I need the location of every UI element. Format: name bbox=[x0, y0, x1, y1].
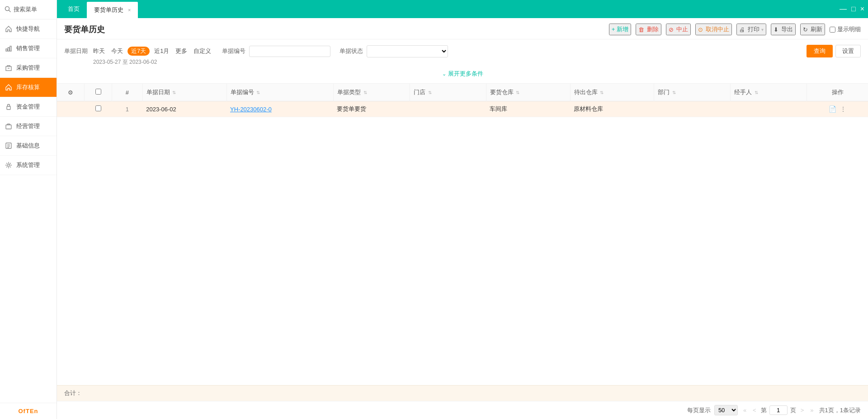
svg-rect-8 bbox=[6, 125, 11, 129]
col-doc-no[interactable]: 单据编号 ⇅ bbox=[226, 84, 333, 101]
page-header: 要货单历史 + 新增 🗑 删除 ⊘ 中止 ⊙ 取消中止 🖨 打印 bbox=[57, 18, 868, 39]
date-btn-custom[interactable]: 自定义 bbox=[192, 47, 213, 56]
sidebar-search[interactable]: 搜索菜单 bbox=[0, 0, 57, 19]
row-handler-cell bbox=[731, 101, 807, 117]
window-controls: — □ × bbox=[840, 5, 864, 13]
col-wait-wh[interactable]: 待出仓库 ⇅ bbox=[570, 84, 654, 101]
date-btn-last7days[interactable]: 近7天 bbox=[127, 47, 150, 56]
sidebar-item-ops-mgmt[interactable]: 经营管理 bbox=[0, 117, 57, 136]
win-close-btn[interactable]: × bbox=[860, 5, 864, 13]
page-nav: « < 第 页 > » bbox=[741, 405, 816, 415]
table-footer: 合计： bbox=[57, 385, 868, 401]
row-checkbox[interactable] bbox=[95, 105, 101, 111]
data-table: ⚙ # 单据日期 ⇅ 单据编号 ⇅ bbox=[57, 84, 868, 117]
row-type-cell: 要货单要货 bbox=[333, 101, 410, 117]
col-dept[interactable]: 部门 ⇅ bbox=[654, 84, 731, 101]
first-page-btn[interactable]: « bbox=[741, 406, 748, 414]
row-store-cell bbox=[410, 101, 486, 117]
sidebar-item-purchase-mgmt[interactable]: 采购管理 bbox=[0, 58, 57, 78]
sidebar-item-sys-mgmt[interactable]: 系统管理 bbox=[0, 156, 57, 175]
home-icon bbox=[5, 25, 13, 33]
page-size-label: 每页显示 bbox=[687, 406, 711, 414]
row-check-cell bbox=[85, 101, 112, 117]
page-label: 第 bbox=[761, 406, 767, 414]
col-req-wh[interactable]: 要货仓库 ⇅ bbox=[486, 84, 570, 101]
expand-more-btn[interactable]: ⌄ 展开更多条件 bbox=[64, 68, 861, 80]
col-doc-type[interactable]: 单据类型 ⇅ bbox=[333, 84, 410, 101]
content-area: 要货单历史 + 新增 🗑 删除 ⊘ 中止 ⊙ 取消中止 🖨 打印 bbox=[57, 18, 868, 419]
col-num: # bbox=[112, 84, 143, 101]
refresh-button[interactable]: ↻ 刷新 bbox=[800, 24, 825, 35]
filter-row-1: 单据日期 昨天 今天 近7天 近1月 更多 自定义 单据编号 单据状态 bbox=[64, 45, 861, 57]
next-page-btn[interactable]: > bbox=[799, 406, 806, 414]
win-minimize-btn[interactable]: — bbox=[840, 5, 847, 13]
sort-icon: ⇅ bbox=[600, 90, 604, 95]
query-button[interactable]: 查询 bbox=[807, 45, 833, 57]
row-req-wh-cell: 车间库 bbox=[486, 101, 570, 117]
tab-close-icon[interactable]: × bbox=[128, 7, 131, 13]
settings-button[interactable]: 设置 bbox=[835, 45, 861, 57]
row-more-btn[interactable]: ⋮ bbox=[840, 105, 846, 113]
table-row[interactable]: 1 2023-06-02 YH-20230602-0 要货单要货 车间库 原材料… bbox=[57, 101, 868, 117]
col-handler[interactable]: 经手人 ⇅ bbox=[731, 84, 807, 101]
prev-page-btn[interactable]: < bbox=[751, 406, 758, 414]
filter-area: 单据日期 昨天 今天 近7天 近1月 更多 自定义 单据编号 单据状态 bbox=[57, 39, 868, 84]
page-size-select[interactable]: 50 100 200 bbox=[714, 405, 738, 415]
col-settings[interactable]: ⚙ bbox=[57, 84, 85, 101]
sort-icon: ⇅ bbox=[672, 90, 676, 95]
col-check bbox=[85, 84, 112, 101]
topbar: 首页 要货单历史 × — □ × bbox=[57, 0, 868, 18]
cancel-stop-button[interactable]: ⊙ 取消中止 bbox=[695, 24, 732, 35]
col-ops: 操作 bbox=[807, 84, 868, 101]
delete-button[interactable]: 🗑 删除 bbox=[636, 24, 661, 35]
sort-icon: ⇅ bbox=[755, 90, 758, 95]
doc-no-label: 单据编号 bbox=[222, 47, 245, 55]
doc-link[interactable]: YH-20230602-0 bbox=[230, 106, 272, 113]
select-all-checkbox[interactable] bbox=[95, 89, 101, 95]
tab-active[interactable]: 要货单历史 × bbox=[87, 2, 138, 18]
last-page-btn[interactable]: » bbox=[808, 406, 815, 414]
row-dept-cell bbox=[654, 101, 731, 117]
row-ops-cell: 📄 ⋮ bbox=[807, 101, 868, 117]
row-view-btn[interactable]: 📄 bbox=[829, 105, 836, 113]
sidebar-item-basic-info[interactable]: 基础信息 bbox=[0, 136, 57, 156]
page-number-input[interactable] bbox=[769, 405, 788, 415]
gear-icon bbox=[5, 161, 13, 169]
lock-icon bbox=[5, 103, 13, 111]
sidebar-item-sales-mgmt[interactable]: 销售管理 bbox=[0, 39, 57, 58]
display-detail-checkbox[interactable] bbox=[830, 27, 835, 33]
row-wait-wh-cell: 原材料仓库 bbox=[570, 101, 654, 117]
date-btn-today[interactable]: 今天 bbox=[109, 47, 125, 56]
list-icon bbox=[5, 142, 13, 150]
date-btn-last1month[interactable]: 近1月 bbox=[152, 47, 171, 56]
sidebar-item-finance-mgmt[interactable]: 资金管理 bbox=[0, 97, 57, 117]
tab-home-label: 首页 bbox=[68, 5, 80, 13]
doc-no-input[interactable] bbox=[249, 46, 330, 57]
sidebar-item-label: 库存核算 bbox=[16, 83, 40, 91]
svg-rect-3 bbox=[8, 48, 9, 51]
row-num-cell: 1 bbox=[112, 101, 143, 117]
print-button[interactable]: 🖨 打印 ▾ bbox=[736, 24, 766, 35]
row-docno-cell[interactable]: YH-20230602-0 bbox=[226, 101, 333, 117]
sidebar-item-label: 销售管理 bbox=[16, 44, 40, 52]
sidebar-item-quick-nav[interactable]: 快捷导航 bbox=[0, 19, 57, 39]
tab-home[interactable]: 首页 bbox=[61, 0, 87, 18]
col-store[interactable]: 门店 ⇅ bbox=[410, 84, 486, 101]
date-shortcuts: 昨天 今天 近7天 近1月 更多 自定义 bbox=[91, 47, 213, 56]
date-btn-more[interactable]: 更多 bbox=[174, 47, 189, 56]
date-btn-yesterday[interactable]: 昨天 bbox=[91, 47, 107, 56]
tab-active-label: 要货单历史 bbox=[94, 6, 123, 14]
win-restore-btn[interactable]: □ bbox=[851, 5, 856, 13]
sidebar-item-label: 采购管理 bbox=[16, 64, 40, 72]
sidebar: 搜索菜单 快捷导航 销售管理 采购管理 bbox=[0, 0, 57, 419]
col-doc-date[interactable]: 单据日期 ⇅ bbox=[142, 84, 226, 101]
stop-button[interactable]: ⊘ 中止 bbox=[666, 24, 691, 35]
new-button[interactable]: + 新增 bbox=[609, 24, 631, 35]
sidebar-item-inventory-calc[interactable]: 库存核算 bbox=[0, 78, 57, 97]
display-detail-toggle[interactable]: 显示明细 bbox=[830, 25, 861, 33]
doc-date-label: 单据日期 bbox=[64, 47, 88, 55]
row-date-cell: 2023-06-02 bbox=[142, 101, 226, 117]
doc-status-select[interactable] bbox=[367, 45, 448, 57]
export-button[interactable]: ⬇ 导出 bbox=[771, 24, 796, 35]
brand-logo: OfTEn bbox=[0, 403, 57, 419]
